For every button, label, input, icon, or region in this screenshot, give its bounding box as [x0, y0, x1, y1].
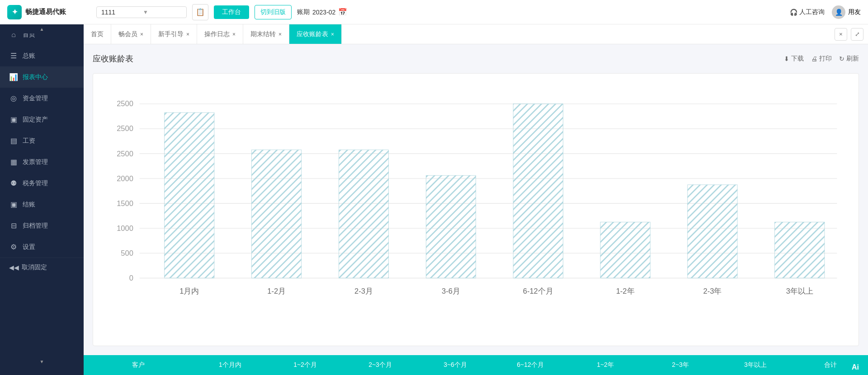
svg-rect-19: [252, 150, 302, 278]
tab-oplog-close[interactable]: ×: [232, 31, 236, 38]
expand-tab-button[interactable]: ⤢: [851, 28, 863, 41]
sidebar-label-tax: 税务管理: [23, 179, 48, 188]
period-value: 2023-02: [312, 9, 335, 16]
sidebar-scroll-down[interactable]: ▼: [0, 357, 84, 366]
funds-icon: ◎: [9, 94, 18, 103]
sidebar-label-payroll: 工资: [23, 137, 35, 145]
sidebar-item-settings[interactable]: ⚙ 设置: [0, 236, 84, 258]
sidebar-item-assets[interactable]: ▣ 固定资产: [0, 109, 84, 130]
tab-oplog-label: 操作日志: [204, 30, 230, 38]
sidebar-item-ledger[interactable]: ☰ 总账: [0, 45, 84, 66]
download-button[interactable]: ⬇ 下载: [784, 55, 804, 63]
period-area: 账期 2023-02 📅: [297, 8, 347, 16]
svg-text:2500: 2500: [117, 150, 133, 158]
period-label: 账期: [297, 8, 310, 16]
sidebar-item-invoice[interactable]: ▦ 发票管理: [0, 151, 84, 173]
sidebar: ▲ ⌂ 首页 ☰ 总账 📊 报表中心 ◎ 资金管理 ▣ 固定资产 ▤ 工资 ▦ …: [0, 24, 84, 375]
sidebar-label-invoice: 发票管理: [23, 158, 48, 166]
ai-badge[interactable]: Ai: [843, 360, 868, 375]
switch-old-button[interactable]: 切到旧版: [255, 5, 292, 19]
cancel-fixed-button[interactable]: ◀◀ 取消固定: [0, 258, 84, 277]
user-area[interactable]: 👤 用友: [832, 5, 861, 19]
sidebar-label-reports: 报表中心: [23, 73, 48, 81]
headset-icon: 🎧: [790, 9, 797, 16]
logo-icon: ✦: [7, 5, 22, 19]
sidebar-item-checkout[interactable]: ▣ 结账: [0, 194, 84, 215]
svg-rect-17: [165, 112, 214, 278]
tab-aging[interactable]: 应收账龄表 ×: [289, 24, 342, 44]
sidebar-item-payroll[interactable]: ▤ 工资: [0, 130, 84, 151]
avatar: 👤: [832, 5, 845, 19]
sidebar-item-tax[interactable]: ⚉ 税务管理: [0, 173, 84, 194]
bar-chart: 2500 2500 2500 2000 1500 1000 500 0: [102, 83, 849, 337]
tab-yearend[interactable]: 期末结转 ×: [243, 24, 289, 44]
consult-button[interactable]: 🎧 人工咨询: [790, 8, 825, 16]
company-name: 1111: [101, 9, 140, 16]
tab-home[interactable]: 首页: [84, 24, 111, 44]
tab-guide[interactable]: 新手引导 ×: [151, 24, 197, 44]
tab-yearend-close[interactable]: ×: [278, 31, 282, 38]
workbench-button[interactable]: 工作台: [214, 5, 249, 19]
sidebar-scroll-up[interactable]: ▲: [0, 24, 84, 33]
close-tab-button[interactable]: ×: [835, 28, 847, 41]
tab-vip-close[interactable]: ×: [140, 31, 143, 38]
company-select[interactable]: 1111 ▼: [96, 6, 187, 18]
print-label: 打印: [819, 55, 832, 63]
svg-text:1-2月: 1-2月: [267, 287, 286, 295]
sidebar-label-settings: 设置: [23, 243, 35, 251]
tab-guide-close[interactable]: ×: [186, 31, 189, 38]
svg-rect-27: [600, 222, 650, 278]
sidebar-label-archive: 归档管理: [23, 222, 48, 230]
table-header: 客户 1个月内 1~2个月 2~3个月 3~6个月 6~12个月 1~2年 2~…: [84, 355, 868, 375]
tab-vip[interactable]: 畅会员 ×: [111, 24, 151, 44]
main-layout: ▲ ⌂ 首页 ☰ 总账 📊 报表中心 ◎ 资金管理 ▣ 固定资产 ▤ 工资 ▦ …: [0, 24, 868, 375]
cancel-fixed-icon: ◀◀: [9, 264, 19, 271]
tab-yearend-label: 期末结转: [250, 30, 276, 38]
svg-text:1-2年: 1-2年: [616, 287, 635, 295]
tab-guide-label: 新手引导: [158, 30, 184, 38]
svg-rect-29: [688, 185, 737, 278]
chart-wrapper: 2500 2500 2500 2000 1500 1000 500 0: [93, 73, 859, 346]
consult-label: 人工咨询: [799, 8, 825, 16]
print-icon: 🖨: [811, 55, 817, 62]
svg-text:1500: 1500: [117, 199, 133, 208]
col-6-12month: 6~12个月: [493, 361, 568, 369]
header-right: 🎧 人工咨询 👤 用友: [790, 5, 861, 19]
sidebar-label-assets: 固定资产: [23, 116, 48, 124]
archive-icon: ⊟: [9, 221, 18, 230]
svg-text:1月内: 1月内: [179, 287, 199, 295]
svg-text:3-6月: 3-6月: [442, 287, 460, 295]
sidebar-label-funds: 资金管理: [23, 94, 48, 103]
svg-text:2500: 2500: [117, 124, 133, 133]
print-button[interactable]: 🖨 打印: [811, 55, 832, 63]
svg-text:2000: 2000: [117, 174, 133, 183]
content-area: 首页 畅会员 × 新手引导 × 操作日志 × 期末结转 × 应收账龄表 ×: [84, 24, 868, 375]
user-label: 用友: [848, 8, 861, 16]
tab-aging-label: 应收账龄表: [297, 30, 328, 38]
tab-aging-close[interactable]: ×: [331, 31, 334, 38]
col-1month: 1个月内: [193, 361, 268, 369]
settings-icon: ⚙: [9, 243, 18, 251]
svg-text:2-3月: 2-3月: [354, 287, 373, 295]
sidebar-item-archive[interactable]: ⊟ 归档管理: [0, 215, 84, 236]
svg-text:1000: 1000: [117, 224, 133, 233]
col-1-2month: 1~2个月: [268, 361, 343, 369]
svg-rect-31: [775, 222, 825, 278]
refresh-button[interactable]: ↻ 刷新: [839, 55, 859, 63]
svg-text:2500: 2500: [117, 99, 133, 108]
tab-oplog[interactable]: 操作日志 ×: [197, 24, 243, 44]
checkout-icon: ▣: [9, 200, 18, 209]
logo-text: 畅捷通易代账: [25, 8, 66, 16]
tabs-bar: 首页 畅会员 × 新手引导 × 操作日志 × 期末结转 × 应收账龄表 ×: [84, 24, 868, 44]
svg-rect-25: [513, 104, 563, 278]
tax-icon: ⚉: [9, 179, 18, 188]
logo-area: ✦ 畅捷通易代账: [7, 5, 91, 19]
col-3year-plus: 3年以上: [718, 361, 793, 369]
sidebar-item-reports[interactable]: 📊 报表中心: [0, 66, 84, 88]
cancel-fixed-label: 取消固定: [22, 263, 47, 272]
col-1-2year: 1~2年: [568, 361, 643, 369]
clipboard-button[interactable]: 📋: [192, 4, 208, 20]
calendar-icon[interactable]: 📅: [338, 8, 347, 16]
sidebar-item-funds[interactable]: ◎ 资金管理: [0, 88, 84, 109]
reports-icon: 📊: [9, 73, 18, 81]
